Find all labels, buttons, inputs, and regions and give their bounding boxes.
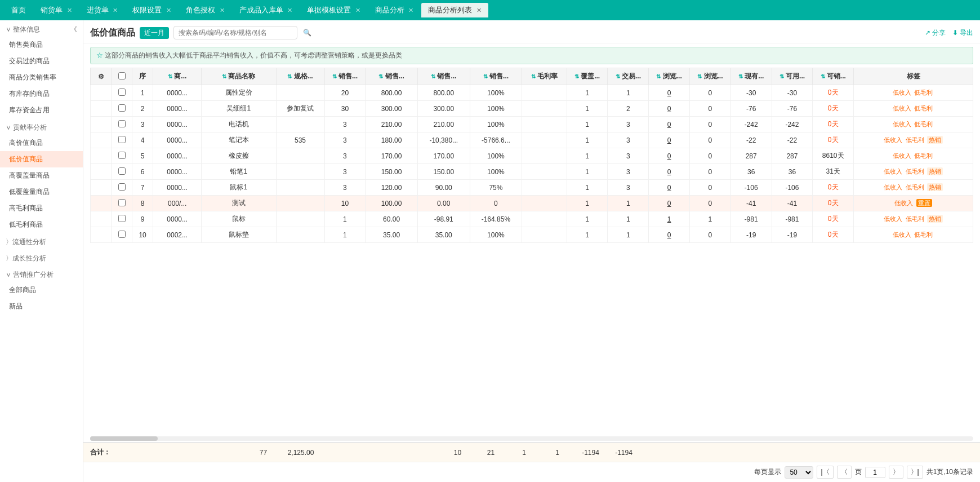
nav-product-warehouse[interactable]: 产成品入库单 ✕	[233, 3, 300, 17]
nav-sales[interactable]: 销货单 ✕	[34, 3, 79, 17]
browse-link[interactable]: 0	[667, 231, 671, 239]
col-sales-2[interactable]: ⇅ 销售...	[417, 68, 470, 85]
row-checkbox[interactable]	[118, 167, 126, 175]
row-checkbox[interactable]	[118, 231, 126, 238]
share-button[interactable]: ↗ 分享	[925, 28, 946, 38]
sidebar-item-stock-fund[interactable]: 库存资金占用	[0, 102, 83, 118]
row-browse1[interactable]: 0	[649, 164, 690, 180]
close-icon[interactable]: ✕	[476, 7, 482, 14]
row-checkbox-cell[interactable]	[112, 196, 132, 211]
row-checkbox-cell[interactable]	[112, 148, 132, 164]
row-browse1[interactable]: 0	[649, 85, 690, 101]
col-settings[interactable]: ⚙	[91, 68, 112, 85]
last-page-btn[interactable]: 〉|	[907, 466, 923, 479]
col-avail[interactable]: ⇅ 可用...	[772, 68, 813, 85]
col-trade[interactable]: ⇅ 交易...	[608, 68, 649, 85]
row-browse1[interactable]: 1	[649, 211, 690, 227]
col-sales-qty[interactable]: ⇅ 销售...	[324, 68, 366, 85]
col-sales-amt[interactable]: ⇅ 销售...	[366, 68, 418, 85]
row-checkbox-cell[interactable]	[112, 101, 132, 117]
col-check-all[interactable]	[112, 68, 132, 85]
search-icon[interactable]: 🔍	[303, 29, 311, 37]
col-sellable[interactable]: ⇅ 可销...	[813, 68, 854, 85]
row-checkbox[interactable]	[118, 136, 126, 143]
col-margin[interactable]: ⇅ 毛利率	[522, 68, 567, 85]
sidebar-section-circulation[interactable]: 〉流通性分析	[0, 233, 83, 249]
row-checkbox-cell[interactable]	[112, 132, 132, 148]
row-browse1[interactable]: 0	[649, 101, 690, 117]
nav-permission[interactable]: 权限设置 ✕	[126, 3, 178, 17]
horizontal-scrollbar[interactable]	[90, 436, 973, 441]
row-checkbox-cell[interactable]	[112, 227, 132, 243]
sidebar-item-high-margin[interactable]: 高毛利商品	[0, 200, 83, 216]
row-checkbox[interactable]	[118, 120, 126, 127]
check-all-checkbox[interactable]	[118, 72, 126, 79]
row-checkbox-cell[interactable]	[112, 85, 132, 101]
row-checkbox-cell[interactable]	[112, 180, 132, 196]
row-checkbox-cell[interactable]	[112, 164, 132, 180]
col-name[interactable]: ⇅ 商品名称	[202, 68, 276, 85]
sidebar-item-low-value[interactable]: 低价值商品	[0, 151, 83, 167]
browse-link[interactable]: 1	[667, 215, 671, 223]
prev-page-btn[interactable]: 〈	[837, 466, 852, 479]
browse-link[interactable]: 0	[667, 136, 671, 144]
sidebar-item-category-sales[interactable]: 商品分类销售率	[0, 69, 83, 86]
col-cur[interactable]: ⇅ 现有...	[730, 68, 772, 85]
filter-recent-tag[interactable]: 近一月	[140, 27, 169, 39]
col-cover[interactable]: ⇅ 覆盖...	[567, 68, 608, 85]
sidebar-section-growth[interactable]: 〉成长性分析	[0, 249, 83, 266]
search-input[interactable]	[173, 26, 297, 39]
browse-link[interactable]: 0	[667, 152, 671, 160]
close-icon[interactable]: ✕	[67, 7, 72, 14]
first-page-btn[interactable]: |〈	[817, 466, 833, 479]
row-browse1[interactable]: 0	[649, 117, 690, 132]
sidebar-item-low-margin[interactable]: 低毛利商品	[0, 216, 83, 233]
close-icon[interactable]: ✕	[287, 7, 292, 14]
browse-link[interactable]: 0	[667, 121, 671, 129]
nav-analysis-list[interactable]: 商品分析列表 ✕	[421, 3, 488, 17]
close-icon[interactable]: ✕	[355, 7, 360, 14]
sidebar-section-contribution[interactable]: ∨ 贡献率分析	[0, 118, 83, 135]
nav-role[interactable]: 角色授权 ✕	[179, 3, 231, 17]
next-page-btn[interactable]: 〉	[889, 466, 903, 479]
row-browse1[interactable]: 0	[649, 227, 690, 243]
browse-link[interactable]: 0	[667, 184, 671, 192]
row-browse1[interactable]: 0	[649, 196, 690, 211]
sidebar-item-sales-goods[interactable]: 销售类商品	[0, 37, 83, 53]
col-browse2[interactable]: ⇅ 浏览...	[689, 68, 730, 85]
row-checkbox[interactable]	[118, 152, 126, 159]
close-icon[interactable]: ✕	[408, 7, 413, 14]
sidebar-item-stock-goods[interactable]: 有库存的商品	[0, 86, 83, 102]
row-checkbox[interactable]	[118, 199, 126, 206]
browse-link[interactable]: 0	[667, 105, 671, 113]
nav-template[interactable]: 单据模板设置 ✕	[300, 3, 367, 17]
sidebar-item-traded-goods[interactable]: 交易过的商品	[0, 53, 83, 69]
close-icon[interactable]: ✕	[166, 7, 171, 14]
sidebar-item-high-value[interactable]: 高价值商品	[0, 135, 83, 151]
row-browse1[interactable]: 0	[649, 132, 690, 148]
col-spec[interactable]: ⇅ 规格...	[276, 68, 324, 85]
row-checkbox[interactable]	[118, 104, 126, 112]
browse-link[interactable]: 0	[667, 168, 671, 176]
nav-home[interactable]: 首页	[5, 3, 33, 17]
col-sales-3[interactable]: ⇅ 销售...	[470, 68, 522, 85]
collapse-icon[interactable]: 《	[70, 25, 77, 34]
sidebar-item-new-goods[interactable]: 新品	[0, 298, 83, 315]
close-icon[interactable]: ✕	[113, 7, 118, 14]
sidebar-item-low-coverage[interactable]: 低覆盖量商品	[0, 184, 83, 200]
row-checkbox[interactable]	[118, 215, 126, 222]
export-button[interactable]: ⬇ 导出	[952, 28, 973, 38]
row-checkbox-cell[interactable]	[112, 211, 132, 227]
sidebar-section-marketing[interactable]: ∨ 营销推广分析	[0, 266, 83, 282]
browse-link[interactable]: 0	[667, 200, 671, 207]
row-checkbox-cell[interactable]	[112, 117, 132, 132]
close-icon[interactable]: ✕	[220, 7, 225, 14]
row-checkbox[interactable]	[118, 183, 126, 191]
sidebar-item-all-goods[interactable]: 全部商品	[0, 282, 83, 298]
sidebar-item-high-coverage[interactable]: 高覆盖量商品	[0, 167, 83, 184]
row-browse1[interactable]: 0	[649, 148, 690, 164]
nav-purchase[interactable]: 进货单 ✕	[80, 3, 125, 17]
browse-link[interactable]: 0	[667, 89, 671, 97]
col-code[interactable]: ⇅ 商...	[153, 68, 202, 85]
page-size-select[interactable]: 50 100	[785, 466, 813, 479]
